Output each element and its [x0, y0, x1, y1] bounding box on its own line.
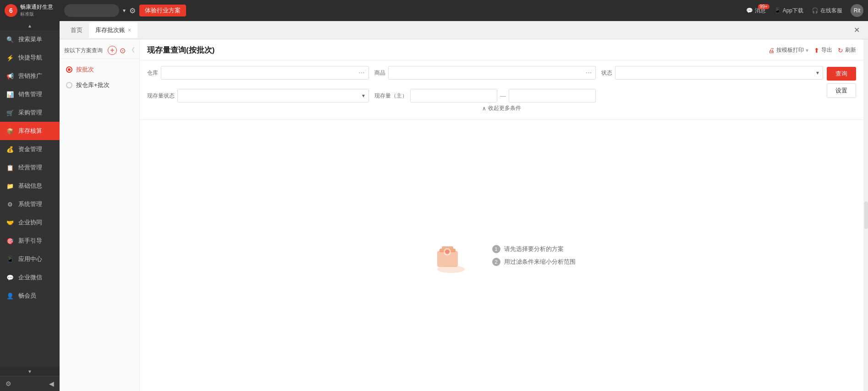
sidebar-label-newguide: 新手引导 [18, 237, 42, 245]
sidebar-item-quick-nav[interactable]: ⚡ 快捷导航 [0, 49, 60, 67]
radio-warehouse-batch [66, 82, 72, 88]
warehouse-dots[interactable]: ··· [358, 69, 364, 77]
scrollbar-thumb[interactable] [864, 201, 868, 229]
members-icon: 👤 [5, 291, 15, 300]
sidebar-item-members[interactable]: 👤 畅会员 [0, 287, 60, 305]
inventory-qty-range: — [410, 89, 596, 103]
collapse-row[interactable]: ∧ 收起更多条件 [147, 103, 856, 114]
empty-tips: 1 请先选择要分析的方案 2 用过滤条件来缩小分析范围 [492, 245, 576, 266]
left-panel-header: 按以下方案查询 + ⊙ 《 [60, 44, 139, 59]
sidebar-item-basic[interactable]: 📁 基础信息 [0, 177, 60, 195]
content-area: 首页 库存批次账 × ✕ 按以下方案查询 + ⊙ [60, 21, 868, 391]
tab-close-icon[interactable]: × [128, 27, 131, 33]
product-dots[interactable]: ··· [586, 69, 592, 77]
filter-inventory-qty: 现存量（主） — [374, 89, 596, 103]
filter-area: 仓库 ··· 商品 [140, 60, 863, 120]
headset-icon: 🎧 [812, 7, 819, 14]
qty-from-input[interactable] [410, 89, 497, 103]
tab-inventory-batch[interactable]: 库存批次账 × [89, 22, 137, 38]
appcenter-icon: 📱 [5, 255, 15, 264]
left-panel-item-warehouse-batch[interactable]: 按仓库+批次 [60, 77, 139, 93]
collapse-up-icon: ∧ [482, 105, 486, 112]
settings-button[interactable]: 设置 [827, 83, 856, 98]
sidebar-scroll-down[interactable]: ▼ [0, 367, 60, 376]
empty-state: 1 请先选择要分析的方案 2 用过滤条件来缩小分析范围 [140, 120, 863, 391]
sidebar-bottom: ⚙ ◀ [0, 376, 60, 391]
sidebar-item-marketing[interactable]: 📢 营销推广 [0, 67, 60, 85]
status-select[interactable]: ▾ [615, 66, 823, 80]
page-header: 现存量查询(按批次) 🖨 按模板打印 ▾ ⬆ 导出 ↻ [140, 39, 863, 60]
sidebar-label-system: 系统管理 [18, 200, 42, 208]
sidebar-label-members: 畅会员 [18, 292, 36, 300]
tip-1-text: 请先选择要分析的方案 [504, 245, 564, 253]
sidebar-item-search-menu[interactable]: 🔍 搜索菜单 [0, 30, 60, 49]
left-panel-item-batch[interactable]: 按批次 [60, 62, 139, 77]
sidebar-item-wechat[interactable]: 💬 企业微信 [0, 268, 60, 287]
trial-btn[interactable]: 体验行业方案 [139, 5, 186, 16]
collapse-label: 收起更多条件 [488, 104, 521, 112]
topbar-dropdown-btn[interactable]: ▾ [123, 7, 126, 14]
sidebar-collapse-icon[interactable]: ◀ [49, 380, 54, 387]
online-service-btn[interactable]: 🎧 在线客服 [812, 7, 842, 15]
sidebar-item-inventory[interactable]: 📦 库存核算 [0, 122, 60, 140]
sidebar-item-enterprise[interactable]: 🤝 企业协同 [0, 213, 60, 232]
warehouse-input[interactable]: ··· [161, 66, 369, 80]
sidebar-scroll-up[interactable]: ▲ [0, 21, 60, 30]
logo-icon: 6 [5, 4, 17, 17]
sidebar-item-finance[interactable]: 💰 资金管理 [0, 140, 60, 158]
tab-home[interactable]: 首页 [64, 22, 89, 38]
scrollbar-track[interactable] [863, 39, 868, 391]
refresh-btn[interactable]: ↻ 刷新 [838, 46, 856, 54]
inventory-icon: 📦 [5, 126, 15, 136]
messages-btn[interactable]: 💬 消息 99+ [746, 7, 766, 15]
sidebar-item-newguide[interactable]: 🎯 新手引导 [0, 232, 60, 250]
topbar-right: 💬 消息 99+ 📱 App下载 🎧 在线客服 Rit [746, 4, 863, 17]
sidebar-item-system[interactable]: ⚙ 系统管理 [0, 195, 60, 213]
empty-illustration [428, 233, 474, 278]
marketing-icon: 📢 [5, 71, 15, 81]
tab-home-label: 首页 [71, 26, 82, 34]
user-avatar[interactable]: Rit [851, 4, 863, 17]
sidebar-label-basic: 基础信息 [18, 182, 42, 190]
product-input[interactable]: ··· [388, 66, 596, 80]
left-panel-actions: + ⊙ 《 [108, 46, 135, 55]
page-content: 按以下方案查询 + ⊙ 《 按批次 按仓库+批次 [60, 39, 868, 391]
refresh-label: 刷新 [845, 46, 856, 54]
left-panel-add-btn[interactable]: + [108, 46, 117, 55]
inventory-qty-label: 现存量（主） [374, 92, 407, 100]
left-panel-settings-btn[interactable]: ⊙ [120, 46, 126, 55]
search-menu-icon: 🔍 [5, 35, 15, 44]
app-download-label: App下载 [783, 7, 803, 15]
left-panel-label-batch: 按批次 [76, 65, 94, 74]
filter-warehouse: 仓库 ··· [147, 66, 369, 80]
left-panel-collapse-btn[interactable]: 《 [128, 46, 135, 54]
enterprise-icon: 🤝 [5, 218, 15, 227]
query-button[interactable]: 查询 [827, 67, 856, 81]
basic-icon: 📁 [5, 181, 15, 190]
app-logo: 6 畅康通好生意 标准版 [5, 4, 64, 17]
operations-icon: 📋 [5, 163, 15, 172]
sidebar-item-appcenter[interactable]: 📱 应用中心 [0, 250, 60, 268]
print-btn[interactable]: 🖨 按模板打印 ▾ [768, 46, 808, 54]
sidebar-item-purchase[interactable]: 🛒 采购管理 [0, 103, 60, 122]
sidebar-label-inventory: 库存核算 [18, 127, 42, 135]
finance-icon: 💰 [5, 145, 15, 154]
qty-to-input[interactable] [509, 89, 596, 103]
sidebar-item-sales[interactable]: 📊 销售管理 [0, 85, 60, 103]
export-btn[interactable]: ⬆ 导出 [814, 46, 832, 54]
print-dropdown-icon: ▾ [806, 47, 808, 54]
topbar-gear-btn[interactable]: ⚙ [129, 6, 136, 15]
sidebar-item-operations[interactable]: 📋 经营管理 [0, 158, 60, 177]
gear-icon: ⚙ [129, 7, 136, 15]
sidebar-label-search: 搜索菜单 [18, 35, 42, 43]
newguide-icon: 🎯 [5, 236, 15, 245]
topbar-search[interactable] [64, 4, 119, 17]
dropdown-icon: ▾ [123, 7, 126, 14]
sidebar-label-enterprise: 企业协同 [18, 218, 42, 227]
messages-badge: 99+ [758, 4, 769, 9]
app-download-btn[interactable]: 📱 App下载 [774, 7, 803, 15]
inventory-status-select[interactable]: ▾ [177, 89, 369, 103]
sidebar-settings-icon[interactable]: ⚙ [5, 380, 11, 387]
panel-close-btn[interactable]: ✕ [850, 26, 863, 34]
sales-icon: 📊 [5, 90, 15, 99]
